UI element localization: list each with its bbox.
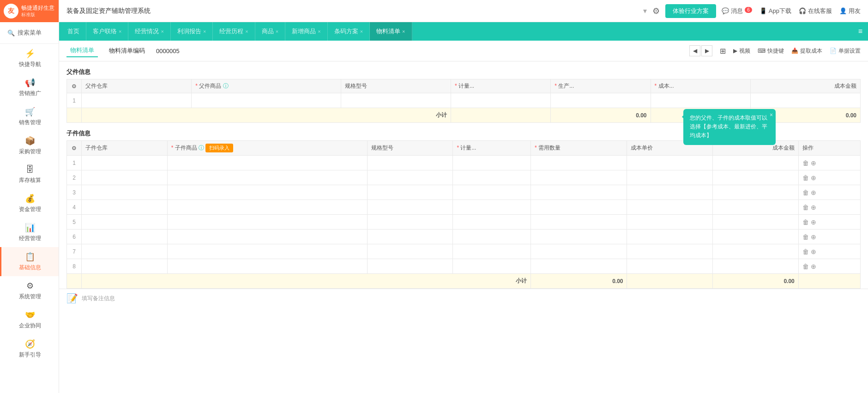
child-row-1-unit-cost[interactable] [627, 156, 713, 170]
parent-row-1-spec[interactable] [341, 93, 451, 108]
child-row-1-amount[interactable] [713, 156, 799, 170]
child-row-8-unit-cost[interactable] [627, 259, 713, 274]
child-row-1-needed[interactable] [530, 156, 627, 170]
sidebar-item-purchase[interactable]: 📦 采购管理 [0, 131, 59, 160]
child-row-4-unit-cost[interactable] [627, 200, 713, 215]
child-row-6-quantity[interactable] [453, 230, 531, 244]
scan-input-button[interactable]: 扫码录入 [205, 144, 233, 152]
child-row-2-needed[interactable] [530, 170, 627, 185]
child-row-7-needed[interactable] [530, 244, 627, 259]
child-row-3-goods[interactable] [167, 185, 367, 200]
child-row-5-spec[interactable] [367, 215, 453, 230]
settings-gear-icon[interactable]: ⚙ [652, 6, 660, 16]
copy-icon-6[interactable]: ⊕ [811, 233, 816, 241]
parent-row-1-quantity[interactable] [451, 93, 551, 108]
page-prev-button[interactable]: ◀ [689, 45, 700, 56]
sub-tab-bom-code[interactable]: 物料清单编码 [105, 45, 149, 57]
delete-icon-7[interactable]: 🗑 [802, 248, 809, 255]
delete-icon-6[interactable]: 🗑 [802, 233, 809, 241]
delete-icon-3[interactable]: 🗑 [802, 189, 809, 196]
child-row-8-amount[interactable] [713, 259, 799, 274]
notes-hint[interactable]: 填写备注信息 [82, 295, 115, 302]
child-row-2-warehouse[interactable] [82, 170, 168, 185]
child-row-1-quantity[interactable] [453, 156, 531, 170]
child-row-8-needed[interactable] [530, 259, 627, 274]
try-industry-button[interactable]: 体验行业方案 [665, 4, 716, 18]
dropdown-arrow-icon[interactable]: ▾ [643, 6, 647, 15]
online-service-button[interactable]: 🎧 在线客服 [799, 7, 832, 15]
child-row-2-quantity[interactable] [453, 170, 531, 185]
copy-icon-8[interactable]: ⊕ [811, 263, 816, 270]
child-row-8-quantity[interactable] [453, 259, 531, 274]
grid-view-icon[interactable]: ⊞ [720, 47, 726, 55]
parent-row-1-warehouse[interactable] [82, 93, 192, 108]
child-row-5-warehouse[interactable] [82, 215, 168, 230]
child-row-1-spec[interactable] [367, 156, 453, 170]
child-row-6-unit-cost[interactable] [627, 230, 713, 244]
child-row-1-goods[interactable] [167, 156, 367, 170]
sidebar-item-operation[interactable]: 📊 经营管理 [0, 218, 59, 247]
tab-profit[interactable]: 利润报告 × [171, 22, 213, 41]
child-row-2-amount[interactable] [713, 170, 799, 185]
child-row-3-quantity[interactable] [453, 185, 531, 200]
tab-business-close[interactable]: × [161, 29, 163, 34]
child-row-6-warehouse[interactable] [82, 230, 168, 244]
child-row-5-quantity[interactable] [453, 215, 531, 230]
child-row-2-unit-cost[interactable] [627, 170, 713, 185]
copy-icon-3[interactable]: ⊕ [811, 189, 816, 196]
child-row-4-needed[interactable] [530, 200, 627, 215]
extract-cost-button[interactable]: 📥 提取成本 [791, 47, 822, 55]
sidebar-item-sales[interactable]: 🛒 销售管理 [0, 102, 59, 131]
child-row-3-needed[interactable] [530, 185, 627, 200]
tab-bom[interactable]: 物料清单 × [370, 22, 412, 41]
delete-icon-1[interactable]: 🗑 [802, 159, 809, 167]
child-row-3-amount[interactable] [713, 185, 799, 200]
copy-icon-4[interactable]: ⊕ [811, 204, 816, 211]
delete-icon-2[interactable]: 🗑 [802, 174, 809, 181]
child-row-7-quantity[interactable] [453, 244, 531, 259]
tab-history[interactable]: 经营历程 × [213, 22, 255, 41]
single-settings-button[interactable]: 📄 单据设置 [830, 47, 861, 55]
search-button[interactable]: 🔍 搜索菜单 [4, 26, 55, 40]
delete-icon-5[interactable]: 🗑 [802, 218, 809, 226]
sidebar-item-guide[interactable]: 🧭 新手引导 [0, 334, 59, 363]
tab-goods[interactable]: 商品 × [255, 22, 285, 41]
copy-icon-5[interactable]: ⊕ [811, 218, 816, 226]
child-row-4-amount[interactable] [713, 200, 799, 215]
child-row-2-spec[interactable] [367, 170, 453, 185]
sidebar-item-finance[interactable]: 💰 资金管理 [0, 189, 59, 218]
copy-icon-1[interactable]: ⊕ [811, 159, 816, 167]
child-row-7-unit-cost[interactable] [627, 244, 713, 259]
tab-new-goods-close[interactable]: × [318, 29, 320, 34]
parent-col-settings[interactable]: ⚙ [67, 79, 82, 93]
child-row-6-goods[interactable] [167, 230, 367, 244]
child-row-1-warehouse[interactable] [82, 156, 168, 170]
child-row-4-quantity[interactable] [453, 200, 531, 215]
tab-barcode-close[interactable]: × [360, 29, 363, 34]
child-row-5-needed[interactable] [530, 215, 627, 230]
tab-new-goods[interactable]: 新增商品 × [285, 22, 327, 41]
page-next-button[interactable]: ▶ [701, 45, 712, 56]
sidebar-item-system[interactable]: ⚙ 系统管理 [0, 276, 59, 305]
copy-icon-2[interactable]: ⊕ [811, 174, 816, 181]
child-row-6-amount[interactable] [713, 230, 799, 244]
app-download-button[interactable]: 📱 App下载 [760, 7, 791, 15]
delete-icon-4[interactable]: 🗑 [802, 204, 809, 211]
sidebar-item-inventory[interactable]: 🗄 库存核算 [0, 160, 59, 189]
child-row-8-spec[interactable] [367, 259, 453, 274]
tab-business[interactable]: 经营情况 × [128, 22, 170, 41]
tab-home[interactable]: 首页 [61, 22, 86, 41]
child-row-4-spec[interactable] [367, 200, 453, 215]
message-button[interactable]: 💬 消息 6 [722, 7, 752, 15]
sidebar-item-quick-nav[interactable]: ⚡ 快捷导航 [0, 44, 59, 73]
sidebar-item-enterprise[interactable]: 🤝 企业协同 [0, 305, 59, 334]
tab-bom-close[interactable]: × [402, 29, 405, 34]
child-col-settings[interactable]: ⚙ [67, 141, 82, 156]
child-row-5-amount[interactable] [713, 215, 799, 230]
tab-customer-close[interactable]: × [119, 29, 121, 34]
parent-row-1-cost[interactable] [651, 93, 750, 108]
child-row-8-goods[interactable] [167, 259, 367, 274]
child-row-7-amount[interactable] [713, 244, 799, 259]
user-avatar[interactable]: 👤 用友 [839, 7, 861, 15]
child-row-4-warehouse[interactable] [82, 200, 168, 215]
